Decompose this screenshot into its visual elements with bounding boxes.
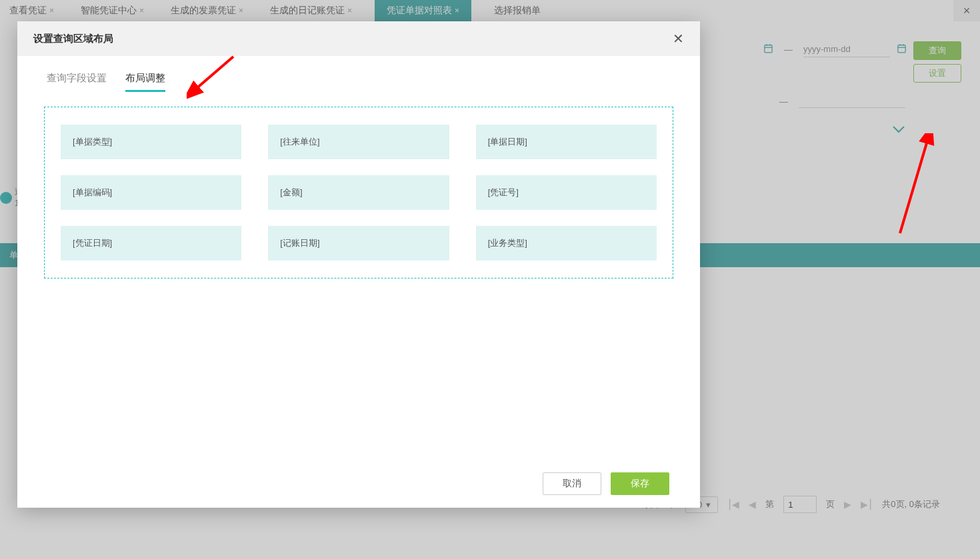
field-doc-type[interactable]: [单据类型]: [61, 125, 241, 159]
layout-grid: [单据类型] [往来单位] [单据日期] [单据编码] [金额] [凭证号] […: [61, 125, 657, 261]
modal-close-button[interactable]: ✕: [673, 31, 684, 47]
layout-dropzone[interactable]: [单据类型] [往来单位] [单据日期] [单据编码] [金额] [凭证号] […: [44, 107, 673, 279]
field-voucher-date[interactable]: [凭证日期]: [61, 226, 241, 261]
field-biz-type[interactable]: [业务类型]: [476, 226, 657, 261]
cancel-button[interactable]: 取消: [543, 472, 601, 495]
tab-query-fields[interactable]: 查询字段设置: [47, 72, 107, 92]
field-post-date[interactable]: [记账日期]: [268, 226, 449, 261]
field-amount[interactable]: [金额]: [268, 175, 449, 210]
field-doc-code[interactable]: [单据编码]: [61, 175, 241, 210]
modal-title: 设置查询区域布局: [33, 33, 113, 45]
modal-tabs: 查询字段设置 布局调整: [47, 72, 673, 92]
save-button[interactable]: 保存: [611, 472, 669, 495]
tab-layout-adjust[interactable]: 布局调整: [125, 72, 165, 92]
modal-body: 查询字段设置 布局调整 [单据类型] [往来单位] [单据日期] [单据编码] …: [17, 56, 700, 460]
field-voucher-no[interactable]: [凭证号]: [476, 175, 657, 210]
field-doc-date[interactable]: [单据日期]: [476, 125, 657, 159]
modal-header: 设置查询区域布局 ✕: [17, 21, 700, 56]
modal-footer: 取消 保存: [17, 460, 700, 508]
layout-settings-modal: 设置查询区域布局 ✕ 查询字段设置 布局调整 [单据类型] [往来单位] [单据…: [17, 21, 700, 508]
field-partner[interactable]: [往来单位]: [268, 125, 449, 159]
